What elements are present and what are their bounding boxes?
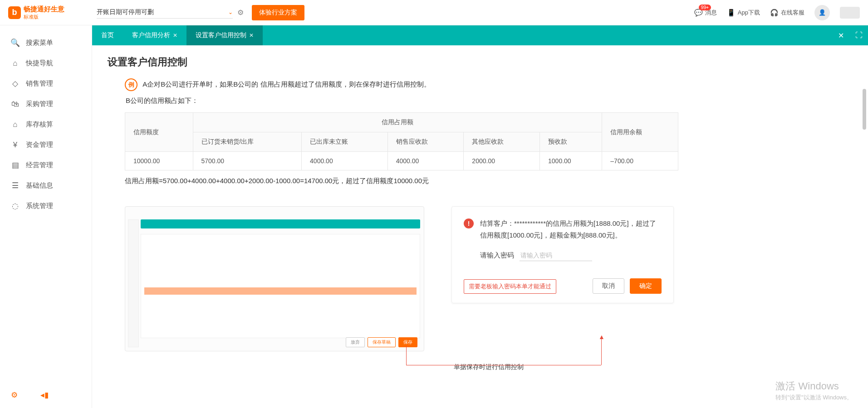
messages-button[interactable]: 💬 99+ 消息 xyxy=(694,9,717,17)
close-icon[interactable]: ✕ xyxy=(173,32,177,39)
sidebar-item-basic[interactable]: ☰基础信息 xyxy=(0,175,92,196)
tab-credit-analysis[interactable]: 客户信用分析✕ xyxy=(123,25,186,45)
mini-save-draft-button: 保存草稿 xyxy=(368,337,396,347)
logo: b 畅捷通好生意 标准版 xyxy=(8,5,92,20)
mini-body xyxy=(141,234,420,338)
app-download-label: App下载 xyxy=(738,9,760,17)
sidebar-item-search[interactable]: 🔍搜索菜单 xyxy=(0,33,92,53)
credit-table: 信用额度 信用占用额 信用用余额 已订货未销货/出库 已出库未立账 销售应收款 … xyxy=(125,112,678,170)
sidebar-item-business[interactable]: ▤经营管理 xyxy=(0,155,92,175)
illustration-caption: 单据保存时进行信用控制 xyxy=(125,363,853,371)
selector-label: 开账日期可停用可删 xyxy=(97,8,154,16)
illustration-row: 放弃 保存草稿 保存 ! 结算客户：************的信用占用额为[18 xyxy=(125,206,853,351)
sidebar-item-system[interactable]: ◌系统管理 xyxy=(0,196,92,216)
logo-mark-icon: b xyxy=(8,6,21,19)
th-used: 信用占用额 xyxy=(193,113,602,132)
sidebar-item-label: 采购管理 xyxy=(26,100,53,108)
mini-discard-button: 放弃 xyxy=(346,337,365,347)
credit-dialog: ! 结算客户：************的信用占用额为[1888.00元]，超过了… xyxy=(451,206,674,303)
connector-line xyxy=(406,365,601,365)
mini-sidebar xyxy=(128,219,139,347)
example-sub: B公司的信用额占如下： xyxy=(126,97,853,105)
bag-icon: 🛍 xyxy=(11,100,20,108)
tab-label: 设置客户信用控制 xyxy=(196,31,246,39)
settings-icon[interactable]: ⚙ xyxy=(11,390,18,400)
th-remain: 信用用余额 xyxy=(602,113,678,152)
phone-icon: 📱 xyxy=(727,9,736,17)
tabbar: 首页 客户信用分析✕ 设置客户信用控制✕ ✕ ⛶ xyxy=(92,25,868,45)
order-screenshot: 放弃 保存草稿 保存 xyxy=(125,206,424,351)
password-input[interactable] xyxy=(520,250,592,261)
cell-c3: 4000.00 xyxy=(387,152,464,170)
warning-icon: ! xyxy=(464,219,474,228)
search-icon: 🔍 xyxy=(11,39,20,47)
main: 首页 客户信用分析✕ 设置客户信用控制✕ ✕ ⛶ 设置客户信用控制 例 A企对B… xyxy=(92,25,868,408)
online-service-label: 在线客服 xyxy=(781,9,804,17)
cell-limit: 10000.00 xyxy=(125,152,193,170)
tab-home[interactable]: 首页 xyxy=(92,25,123,45)
avatar[interactable]: 👤 xyxy=(814,5,830,20)
cell-c4: 2000.00 xyxy=(464,152,540,170)
account-date-selector[interactable]: 开账日期可停用可删 ⌄ xyxy=(97,6,233,19)
cell-c1: 5700.00 xyxy=(193,152,302,170)
gear-icon[interactable]: ⚙ xyxy=(237,8,244,17)
example-box: 例 A企对B公司进行开单时，如果B公司的 信用占用额超过了信用额度，则在保存时进… xyxy=(125,78,853,371)
close-icon[interactable]: ✕ xyxy=(249,32,254,39)
tab-credit-control[interactable]: 设置客户信用控制✕ xyxy=(186,25,263,45)
scrollbar[interactable] xyxy=(863,89,866,130)
online-service-button[interactable]: 🎧 在线客服 xyxy=(770,9,804,17)
tab-label: 客户信用分析 xyxy=(132,31,170,39)
sidebar-item-label: 资金管理 xyxy=(26,141,53,149)
user-menu[interactable] xyxy=(840,7,860,19)
sidebar-item-inventory[interactable]: ⌂库存核算 xyxy=(0,114,92,135)
example-badge: 例 xyxy=(125,78,137,91)
fullscreen-button[interactable]: ⛶ xyxy=(850,31,868,39)
connector-line xyxy=(406,346,407,365)
cell-remain: –700.00 xyxy=(602,152,678,170)
app-download-button[interactable]: 📱 App下载 xyxy=(727,9,760,17)
th-c1: 已订货未销货/出库 xyxy=(193,132,302,152)
watermark-line2: 转到"设置"以激活 Windows。 xyxy=(775,393,853,402)
messages-badge: 99+ xyxy=(699,5,711,10)
collapse-icon[interactable]: ◂▮ xyxy=(40,390,49,400)
home-icon: ⌂ xyxy=(11,59,20,68)
sidebar-item-label: 快捷导航 xyxy=(26,59,53,68)
sidebar-item-funds[interactable]: ¥资金管理 xyxy=(0,135,92,155)
watermark-line1: 激活 Windows xyxy=(775,379,853,393)
sidebar-item-quicknav[interactable]: ⌂快捷导航 xyxy=(0,53,92,73)
close-all-button[interactable]: ✕ xyxy=(832,31,850,40)
sidebar-item-purchase[interactable]: 🛍采购管理 xyxy=(0,94,92,114)
page-title: 设置客户信用控制 xyxy=(108,55,853,69)
try-solution-button[interactable]: 体验行业方案 xyxy=(252,5,304,20)
arrow-up-icon: ▲ xyxy=(598,333,605,340)
mini-tabbar xyxy=(141,219,420,228)
dialog-note: 需要老板输入密码本单才能通过 xyxy=(464,279,556,294)
formula-text: 信用占用额=5700.00+4000.00+4000.00+2000.00-10… xyxy=(125,177,853,185)
circle-icon: ◌ xyxy=(11,202,20,210)
cancel-button[interactable]: 取消 xyxy=(593,278,624,294)
password-label: 请输入密码 xyxy=(480,251,514,260)
th-limit: 信用额度 xyxy=(125,113,193,152)
connector-line xyxy=(601,338,602,365)
example-text: A企对B公司进行开单时，如果B公司的 信用占用额超过了信用额度，则在保存时进行信… xyxy=(142,80,430,88)
headset-icon: 🎧 xyxy=(770,9,779,17)
mini-table-header xyxy=(144,287,417,295)
topbar-right: 💬 99+ 消息 📱 App下载 🎧 在线客服 👤 xyxy=(694,5,860,20)
sidebar-item-sales[interactable]: ◇销售管理 xyxy=(0,73,92,94)
cell-c5: 1000.00 xyxy=(540,152,602,170)
sidebar-item-label: 经营管理 xyxy=(26,161,53,170)
house-icon: ⌂ xyxy=(11,120,20,129)
th-c5: 预收款 xyxy=(540,132,602,152)
list-icon: ▤ xyxy=(11,161,20,170)
th-c4: 其他应收款 xyxy=(464,132,540,152)
table-row: 10000.00 5700.00 4000.00 4000.00 2000.00… xyxy=(125,152,678,170)
info-icon: ☰ xyxy=(11,181,20,190)
logo-text: 畅捷通好生意 xyxy=(24,5,64,14)
ok-button[interactable]: 确定 xyxy=(630,278,662,294)
sidebar-item-label: 基础信息 xyxy=(26,181,53,190)
windows-watermark: 激活 Windows 转到"设置"以激活 Windows。 xyxy=(775,379,853,402)
sidebar: 🔍搜索菜单 ⌂快捷导航 ◇销售管理 🛍采购管理 ⌂库存核算 ¥资金管理 ▤经营管… xyxy=(0,25,92,408)
sidebar-item-label: 销售管理 xyxy=(26,79,53,88)
diamond-icon: ◇ xyxy=(11,79,20,88)
sidebar-item-label: 搜索菜单 xyxy=(26,39,53,47)
